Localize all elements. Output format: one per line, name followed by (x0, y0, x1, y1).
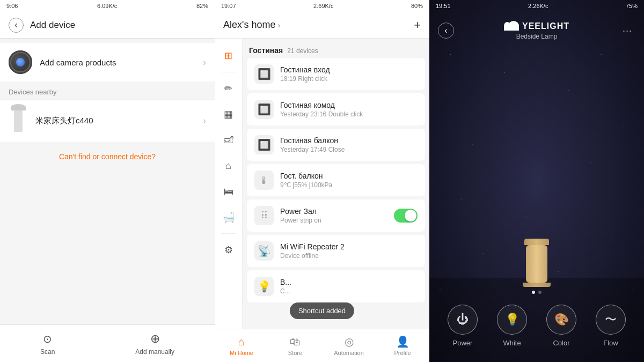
device-card-info-0: Гостиная вход 18:19 Right click (280, 65, 418, 83)
room-sidebar: ⊞ ✏ ▦ 🛋 ⌂ 🛏 🛁 ⚙ (215, 39, 243, 329)
yeelight-main-area (429, 49, 644, 278)
add-device-button[interactable]: + (414, 18, 421, 32)
store-nav-item[interactable]: 🛍 Store (268, 333, 322, 359)
yeelight-panel: 19:51 2.26K/c 75% ‹ YEELIGHT Bedside Lam… (429, 0, 644, 362)
yeelight-back-button[interactable]: ‹ (438, 23, 454, 39)
store-nav-label: Store (288, 350, 302, 356)
cant-find-link[interactable]: Can't find or connect device? (0, 142, 215, 172)
mi-home-panel: 19:07 2.69K/c 80% Alex's home › + ⊞ ✏ ▦ … (215, 0, 429, 362)
chevron-right-icon: › (203, 57, 206, 68)
device-card-icon-6: 💡 (254, 277, 274, 296)
profile-nav-item[interactable]: 👤 Profile (376, 332, 429, 359)
lamp-visual (523, 239, 551, 287)
power-circle: ⏻ (448, 305, 478, 335)
profile-nav-label: Profile (394, 350, 411, 356)
device-card-5[interactable]: 📡 Mi WiFi Repeater 2 Device offline (247, 235, 425, 267)
device-status-2: Yesterday 17:49 Close (280, 146, 418, 153)
lamp-top (524, 239, 549, 245)
device-card-icon-2: 🔲 (254, 135, 274, 154)
lamp-base (523, 283, 551, 287)
device-status-3: 9℃ |55% |100kPa (280, 181, 418, 189)
home-title[interactable]: Alex's home › (223, 19, 280, 31)
device-card-icon-0: 🔲 (254, 64, 274, 84)
controls-row: ⏻ Power 💡 White 🎨 Color (438, 298, 635, 353)
yeelight-logo: YEELIGHT (504, 21, 569, 32)
sidebar-item-grid[interactable]: ▦ (217, 102, 240, 126)
device-card-0[interactable]: 🔲 Гостиная вход 18:19 Right click (247, 58, 425, 90)
color-label: Color (553, 339, 569, 347)
flow-circle: 〜 (596, 305, 626, 335)
sidebar-item-bed[interactable]: 🛏 (217, 180, 240, 203)
yeelight-brand-area: YEELIGHT Bedside Lamp (454, 21, 619, 40)
power-strip-toggle[interactable] (394, 209, 418, 223)
sidebar-item-couch[interactable]: 🛋 (217, 128, 240, 152)
device-card-4[interactable]: ⠿ Power Зал Power strip on (247, 200, 425, 232)
device-name-5: Mi WiFi Repeater 2 (280, 242, 418, 251)
network-2: 2.69K/c (313, 3, 333, 9)
shortcut-toast: Shortcut added (290, 302, 354, 319)
devices-nearby-label: Devices nearby (0, 82, 215, 99)
power-control[interactable]: ⏻ Power (448, 305, 478, 347)
time-1: 9:06 (6, 3, 18, 9)
plus-circle-icon (148, 332, 162, 346)
back-button[interactable] (9, 18, 24, 33)
store-nav-icon: 🛍 (290, 336, 301, 348)
device-name-0: Гостиная вход (280, 65, 418, 74)
scan-nav-item[interactable]: Scan (40, 332, 55, 356)
sidebar-item-settings[interactable]: ⚙ (217, 238, 240, 262)
device-card-2[interactable]: 🔲 Гостиная балкон Yesterday 17:49 Close (247, 129, 425, 161)
mi-home-nav-label: Mi Home (230, 350, 253, 356)
automation-nav-item[interactable]: ◎ Automation (322, 332, 376, 359)
mi-bottom-nav: ⌂ Mi Home 🛍 Store ◎ Automation 👤 Profile (215, 329, 429, 362)
network-1: 6.09K/c (97, 3, 117, 9)
device-card-3[interactable]: 🌡 Гост. балкон 9℃ |55% |100kPa (247, 164, 425, 196)
color-icon: 🎨 (554, 313, 569, 327)
device-name-6: B... (280, 278, 418, 286)
color-control[interactable]: 🎨 Color (546, 305, 576, 347)
add-manually-nav-item[interactable]: Add manually (135, 332, 174, 356)
device-card-info-4: Power Зал Power strip on (280, 207, 387, 224)
add-camera-section[interactable]: Add camera products › (0, 43, 215, 82)
time-3: 19:51 (436, 3, 451, 9)
device-status-0: 18:19 Right click (280, 75, 418, 83)
device-status-6: C... (280, 287, 418, 295)
sidebar-divider-2 (221, 233, 236, 234)
device-card-icon-3: 🌡 (254, 171, 274, 190)
scan-label: Scan (40, 348, 55, 356)
yeelight-controls: ⏻ Power 💡 White 🎨 Color (429, 278, 644, 362)
automation-nav-label: Automation (334, 350, 364, 356)
nearby-device-item[interactable]: 米家床头灯c440 › (0, 99, 215, 142)
flow-control[interactable]: 〜 Flow (596, 305, 626, 347)
device-card-info-1: Гостиная комод Yesterday 23:16 Double cl… (280, 101, 418, 118)
yeelight-content: 19:51 2.26K/c 75% ‹ YEELIGHT Bedside Lam… (429, 0, 644, 362)
device-name-4: Power Зал (280, 207, 387, 216)
power-label: Power (453, 339, 473, 347)
white-label: White (503, 339, 521, 347)
sidebar-item-home[interactable]: ⌂ (217, 154, 240, 178)
yeelight-brand-name: YEELIGHT (522, 21, 569, 31)
yeelight-header: ‹ YEELIGHT Bedside Lamp ··· (429, 12, 644, 49)
power-icon: ⏻ (457, 313, 469, 327)
battery-2: 80% (411, 3, 423, 9)
color-circle: 🎨 (546, 305, 576, 335)
camera-icon (9, 50, 32, 74)
device-status-1: Yesterday 23:16 Double click (280, 110, 418, 118)
device-card-1[interactable]: 🔲 Гостиная комод Yesterday 23:16 Double … (247, 93, 425, 125)
white-circle: 💡 (497, 305, 527, 335)
add-device-panel: 9:06 6.09K/c 82% Add device Add camera p… (0, 0, 215, 362)
mi-home-nav-item[interactable]: ⌂ Mi Home (215, 333, 268, 359)
home-chevron-icon: › (277, 21, 280, 29)
network-3: 2.26K/c (528, 3, 548, 9)
add-device-bottom-nav: Scan Add manually (0, 324, 215, 362)
lamp-body (526, 245, 547, 283)
sidebar-item-all[interactable]: ⊞ (217, 44, 240, 68)
yeelight-more-button[interactable]: ··· (619, 23, 635, 39)
sidebar-item-bath[interactable]: 🛁 (217, 205, 240, 229)
white-control[interactable]: 💡 White (497, 305, 527, 347)
yeelight-logo-icon (504, 21, 519, 32)
white-icon: 💡 (505, 313, 519, 327)
sidebar-divider-1 (221, 72, 236, 72)
sidebar-item-edit[interactable]: ✏ (217, 77, 240, 100)
device-card-icon-1: 🔲 (254, 100, 274, 119)
device-card-6[interactable]: 💡 B... C... (247, 270, 425, 302)
